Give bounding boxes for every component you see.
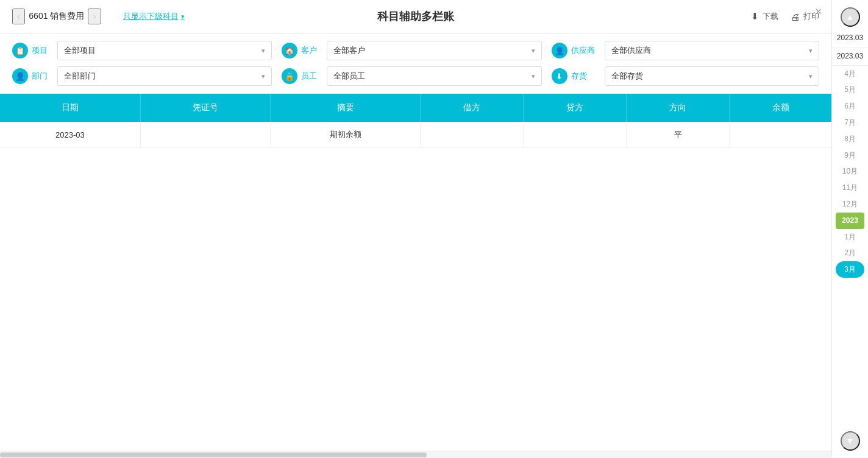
up-chevron-icon: ▲ xyxy=(846,12,855,22)
timeline-month-3[interactable]: 3月 xyxy=(836,261,864,278)
show-sub-label: 只显示下级科目 xyxy=(123,11,179,22)
timeline-month-2[interactable]: 2月 xyxy=(832,245,868,261)
department-chevron-icon: ▾ xyxy=(261,72,265,80)
col-direction: 方向 xyxy=(627,94,730,122)
col-debit: 借方 xyxy=(421,94,524,122)
filter-label-project: 📋 项目 xyxy=(12,43,48,58)
supplier-value: 全部供应商 xyxy=(611,45,651,56)
show-sub-button[interactable]: 只显示下级科目 ▾ xyxy=(123,11,185,22)
filter-label-department: 👤 部门 xyxy=(12,68,48,84)
inventory-value: 全部存货 xyxy=(611,71,643,82)
cell-summary: 期初余额 xyxy=(271,122,421,148)
chevron-down-icon: ▾ xyxy=(181,13,185,21)
timeline-month-5[interactable]: 5月 xyxy=(832,82,868,98)
supplier-chevron-icon: ▾ xyxy=(809,47,813,55)
employee-chevron-icon: ▾ xyxy=(532,72,535,80)
department-select[interactable]: 全部部门 ▾ xyxy=(57,66,272,86)
cell-date: 2023-03 xyxy=(0,122,140,148)
bottom-scrollbar[interactable] xyxy=(0,451,831,458)
customer-value: 全部客户 xyxy=(333,45,365,56)
table-body: 2023-03 期初余额 平 xyxy=(0,122,831,148)
cell-balance xyxy=(730,122,831,148)
timeline-month-1[interactable]: 1月 xyxy=(832,229,868,245)
employee-label: 员工 xyxy=(301,71,317,82)
timeline-month-8[interactable]: 8月 xyxy=(832,131,868,147)
col-date: 日期 xyxy=(0,94,140,122)
next-account-button[interactable]: › xyxy=(88,9,101,24)
supplier-icon: 👤 xyxy=(552,43,567,58)
table-row: 2023-03 期初余额 平 xyxy=(0,122,831,148)
inventory-icon: ⬇ xyxy=(552,68,567,84)
filter-label-supplier: 👤 供应商 xyxy=(552,43,595,58)
data-table: 日期 凭证号 摘要 借方 贷方 方向 余额 2023-03 期初余额 平 xyxy=(0,94,831,148)
employee-select[interactable]: 全部员工 ▾ xyxy=(327,66,541,86)
customer-icon: 🏠 xyxy=(282,43,297,58)
main-window: ‹ 6601 销售费用 › 只显示下级科目 ▾ 科目辅助多栏账 ⬇ 下载 🖨 打… xyxy=(0,0,868,458)
timeline-month-6[interactable]: 6月 xyxy=(832,98,868,114)
filter-label-customer: 🏠 客户 xyxy=(282,43,317,58)
table-header-row: 日期 凭证号 摘要 借方 贷方 方向 余额 xyxy=(0,94,831,122)
customer-chevron-icon: ▾ xyxy=(532,47,535,55)
col-balance: 余额 xyxy=(730,94,831,122)
timeline-top-2[interactable]: 2023.03 xyxy=(832,48,868,66)
timeline-top-1[interactable]: 2023.03 xyxy=(832,29,868,48)
filter-label-employee: 🔒 员工 xyxy=(282,68,317,84)
timeline-up-button[interactable]: ▲ xyxy=(841,7,860,27)
inventory-select[interactable]: 全部存货 ▾ xyxy=(605,66,819,86)
filter-label-inventory: ⬇ 存货 xyxy=(552,68,595,84)
customer-select[interactable]: 全部客户 ▾ xyxy=(327,41,541,60)
timeline-down-button[interactable]: ▼ xyxy=(841,431,860,451)
prev-account-button[interactable]: ‹ xyxy=(12,9,25,24)
col-summary: 摘要 xyxy=(271,94,421,122)
project-select[interactable]: 全部项目 ▾ xyxy=(57,41,272,60)
cell-direction: 平 xyxy=(627,122,730,148)
scroll-thumb[interactable] xyxy=(0,453,427,457)
project-value: 全部项目 xyxy=(64,45,96,56)
right-sidebar: ▲ 2023.03 2023.03 4月 5月 6月 7月 8月 9月 10月 … xyxy=(831,0,868,458)
top-bar: ‹ 6601 销售费用 › 只显示下级科目 ▾ 科目辅助多栏账 ⬇ 下载 🖨 打… xyxy=(0,0,831,33)
page-title: 科目辅助多栏账 xyxy=(377,9,454,24)
timeline-items: 2023.03 2023.03 4月 5月 6月 7月 8月 9月 10月 11… xyxy=(832,29,868,429)
top-actions: ⬇ 下载 🖨 打印 xyxy=(751,11,819,22)
download-label: 下载 xyxy=(763,11,778,22)
account-code-label: 6601 销售费用 xyxy=(29,11,84,22)
project-label: 项目 xyxy=(32,45,48,56)
content-area: ‹ 6601 销售费用 › 只显示下级科目 ▾ 科目辅助多栏账 ⬇ 下载 🖨 打… xyxy=(0,0,831,458)
down-chevron-icon: ▼ xyxy=(846,436,855,446)
project-chevron-icon: ▾ xyxy=(261,47,265,55)
close-button[interactable]: × xyxy=(815,6,822,17)
timeline-month-12[interactable]: 12月 xyxy=(832,196,868,213)
cell-voucher xyxy=(140,122,271,148)
project-icon: 📋 xyxy=(12,43,28,58)
supplier-label: 供应商 xyxy=(571,45,595,56)
timeline-month-4[interactable]: 4月 xyxy=(832,66,868,82)
timeline-month-10[interactable]: 10月 xyxy=(832,163,868,180)
department-icon: 👤 xyxy=(12,68,28,84)
filter-area: 📋 项目 全部项目 ▾ 🏠 客户 全部客户 ▾ 👤 供应商 全 xyxy=(0,33,831,94)
inventory-chevron-icon: ▾ xyxy=(809,72,813,80)
timeline-month-9[interactable]: 9月 xyxy=(832,147,868,164)
supplier-select[interactable]: 全部供应商 ▾ xyxy=(605,41,819,60)
department-label: 部门 xyxy=(32,71,48,82)
download-button[interactable]: ⬇ 下载 xyxy=(751,11,778,22)
timeline-year-2023[interactable]: 2023 xyxy=(836,213,864,229)
department-value: 全部部门 xyxy=(64,71,96,82)
inventory-label: 存货 xyxy=(571,71,587,82)
nav-section: ‹ 6601 销售费用 › 只显示下级科目 ▾ xyxy=(12,9,185,24)
table-area: 日期 凭证号 摘要 借方 贷方 方向 余额 2023-03 期初余额 平 xyxy=(0,94,831,451)
employee-icon: 🔒 xyxy=(282,68,297,84)
cell-debit xyxy=(421,122,524,148)
print-icon: 🖨 xyxy=(791,12,800,22)
timeline-month-7[interactable]: 7月 xyxy=(832,114,868,131)
col-voucher: 凭证号 xyxy=(140,94,271,122)
download-icon: ⬇ xyxy=(751,11,759,22)
customer-label: 客户 xyxy=(301,45,317,56)
col-credit: 贷方 xyxy=(524,94,627,122)
timeline-month-11[interactable]: 11月 xyxy=(832,180,868,196)
employee-value: 全部员工 xyxy=(333,71,365,82)
cell-credit xyxy=(524,122,627,148)
